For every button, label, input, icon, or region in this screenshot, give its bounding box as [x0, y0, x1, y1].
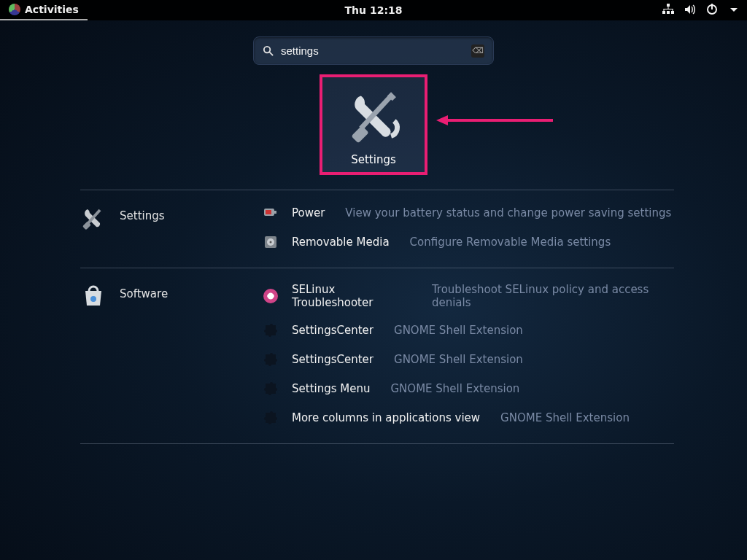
selinux-icon: [263, 288, 279, 304]
search-box[interactable]: ⌫: [253, 36, 494, 65]
item-desc: GNOME Shell Extension: [500, 411, 630, 424]
svg-rect-1: [662, 11, 665, 14]
svg-rect-5: [664, 9, 673, 9]
search-input[interactable]: [281, 44, 464, 57]
group-header[interactable]: Software: [80, 283, 263, 426]
settings-app-tile[interactable]: Settings: [320, 74, 427, 175]
app-result: Settings: [320, 74, 427, 175]
svg-rect-2: [667, 11, 670, 14]
puzzle-icon: [263, 322, 279, 338]
svg-rect-21: [266, 210, 271, 214]
puzzle-icon: [263, 410, 279, 426]
removable-media-icon: [263, 234, 279, 250]
svg-rect-3: [671, 11, 674, 14]
result-item-selinux[interactable]: SELinux Troubleshooter Troubleshoot SELi…: [263, 283, 674, 309]
results-group-settings: Settings Power View your battery status …: [80, 190, 674, 268]
result-item-more-columns[interactable]: More columns in applications view GNOME …: [263, 410, 674, 426]
group-title: Software: [120, 283, 168, 300]
power-settings-icon: [263, 205, 279, 221]
item-desc: GNOME Shell Extension: [390, 382, 519, 395]
item-desc: View your battery status and change powe…: [345, 206, 671, 219]
activities-button[interactable]: Activities: [0, 0, 88, 20]
svg-rect-7: [673, 9, 673, 11]
annotation-arrow: [436, 113, 553, 128]
search-icon: [263, 45, 274, 56]
group-header[interactable]: Settings: [80, 205, 263, 250]
svg-rect-13: [351, 125, 368, 143]
svg-point-10: [264, 47, 270, 52]
result-item-removable-media[interactable]: Removable Media Configure Removable Medi…: [263, 234, 674, 250]
item-desc: GNOME Shell Extension: [394, 353, 523, 366]
result-item-power[interactable]: Power View your battery status and chang…: [263, 205, 674, 221]
item-desc: GNOME Shell Extension: [394, 324, 523, 337]
svg-marker-16: [436, 115, 448, 125]
result-item-settingscenter-2[interactable]: SettingsCenter GNOME Shell Extension: [263, 351, 674, 368]
system-tray: [662, 4, 740, 18]
group-title: Settings: [120, 205, 165, 222]
item-desc: Configure Removable Media settings: [410, 236, 611, 249]
settings-app-label: Settings: [351, 153, 396, 166]
power-icon[interactable]: [706, 4, 718, 18]
puzzle-icon: [263, 351, 279, 368]
svg-rect-20: [274, 211, 276, 214]
item-desc: Troubleshoot SELinux policy and access d…: [432, 283, 674, 309]
svg-rect-6: [664, 9, 665, 11]
top-bar: Activities Thu 12:18: [0, 0, 747, 20]
clear-search-button[interactable]: ⌫: [471, 44, 484, 58]
svg-point-24: [270, 241, 272, 244]
activities-label: Activities: [25, 4, 79, 15]
item-name: Settings Menu: [292, 382, 370, 395]
volume-icon[interactable]: [684, 4, 696, 18]
result-item-settings-menu[interactable]: Settings Menu GNOME Shell Extension: [263, 381, 674, 397]
item-name: SELinux Troubleshooter: [292, 283, 411, 309]
search-container: ⌫: [253, 36, 494, 65]
search-results: Settings Power View your battery status …: [80, 190, 674, 444]
svg-point-25: [90, 296, 96, 302]
svg-line-11: [269, 52, 273, 55]
svg-rect-0: [667, 4, 670, 7]
clock[interactable]: Thu 12:18: [345, 4, 403, 16]
puzzle-icon: [263, 381, 279, 397]
item-name: SettingsCenter: [292, 324, 374, 337]
settings-app-icon: [341, 83, 406, 149]
result-item-settingscenter-1[interactable]: SettingsCenter GNOME Shell Extension: [263, 322, 674, 338]
shopping-bag-icon: [80, 283, 107, 309]
item-name: Power: [292, 206, 325, 219]
wrench-icon: [80, 205, 107, 231]
svg-rect-9: [711, 4, 713, 9]
item-name: Removable Media: [292, 236, 390, 249]
results-group-software: Software SELinux Troubleshooter Troubles…: [80, 268, 674, 444]
chevron-down-icon[interactable]: [728, 4, 740, 18]
distro-logo-icon: [9, 4, 20, 15]
network-icon[interactable]: [662, 4, 674, 18]
item-name: SettingsCenter: [292, 353, 374, 366]
item-name: More columns in applications view: [292, 411, 480, 424]
